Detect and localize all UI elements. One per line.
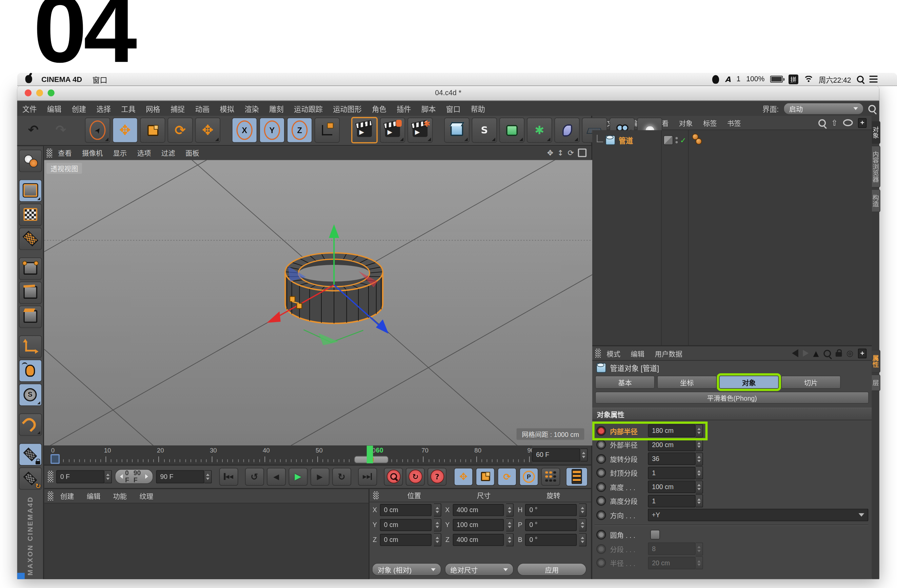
start-frame-stepper[interactable] [104,470,112,483]
am-search-icon[interactable] [824,350,831,357]
key-rotation-toggle[interactable]: ⟳ [497,468,517,486]
object-visibility-cell[interactable]: ✓ [663,134,686,146]
range-left-arrow-icon[interactable] [120,475,123,479]
edges-mode-button[interactable] [18,281,42,304]
am-menu-mode[interactable]: 模式 [602,348,625,358]
outer-radius-stepper[interactable] [696,438,703,452]
pos-y-field[interactable]: 0 cm [380,519,432,531]
om-search-icon[interactable] [819,119,826,126]
property-outer-radius[interactable]: 外部半径 200 cm [595,438,868,452]
adobe-cc-icon[interactable]: A [725,75,731,83]
layer-tag-icon[interactable] [663,135,673,145]
size-x-stepper[interactable] [507,503,514,516]
property-height[interactable]: 高度 . . . 100 cm [595,480,868,494]
menu-motion-tracker[interactable]: 运动跟踪 [289,103,328,114]
outer-radius-field[interactable]: 200 cm [648,438,696,451]
points-mode-button[interactable] [18,257,42,280]
keyframe-selection-button[interactable]: ? [428,468,447,486]
coordinate-system-button[interactable] [315,118,340,143]
align-workplane-button[interactable]: ↻ [18,467,42,490]
scale-tool[interactable] [140,118,165,143]
keyframe-radio[interactable] [596,496,606,506]
pos-z-stepper[interactable] [433,533,441,546]
viewport-solo-button[interactable] [18,359,42,382]
preview-range-slider[interactable]: 0 F 90 F [115,469,153,484]
apply-button[interactable]: 应用 [517,563,586,576]
keyframe-radio[interactable] [596,530,606,540]
redo-button[interactable]: ↷ [48,118,73,143]
tab-objects-vertical[interactable]: 对象 [872,121,880,144]
tube-object-icon[interactable] [605,135,615,145]
workplane-mode-button[interactable] [18,228,42,250]
inner-radius-stepper[interactable] [696,424,703,437]
rotate-tool[interactable]: ⟳ [167,118,193,143]
snap-settings-button[interactable]: S [18,383,42,406]
menu-plugins[interactable]: 插件 [392,103,416,114]
size-mode-dropdown[interactable]: 绝对尺寸 [444,563,514,576]
property-rotation-segments[interactable]: 旋转分段 36 [595,452,868,466]
keyframe-radio[interactable] [596,482,606,492]
end-frame-stepper[interactable] [204,470,212,483]
polygons-mode-button[interactable] [18,305,42,328]
playhead[interactable] [367,445,373,463]
phong-tag-icon[interactable] [692,133,701,144]
size-z-field[interactable]: 400 cm [453,534,504,546]
om-filter-eye-icon[interactable] [843,119,853,126]
menu-animate[interactable]: 动画 [190,103,215,114]
rot-p-field[interactable]: 0 ° [525,519,577,531]
object-tags-cell[interactable] [692,133,701,145]
om-menu-objects[interactable]: 对象 [674,118,697,128]
visibility-dots-icon[interactable] [676,137,678,143]
enable-axis-button[interactable] [18,335,42,358]
next-frame-button[interactable]: ▶ [310,468,329,486]
tab-slice[interactable]: 切片 [781,376,841,389]
tab-layers-vertical[interactable]: 层 [872,374,880,391]
command-search-icon[interactable] [868,105,876,112]
material-menu-texture[interactable]: 纹理 [134,491,159,501]
material-grip[interactable] [48,492,54,501]
lock-icon[interactable] [835,352,842,357]
am-menu-userdata[interactable]: 用户数据 [650,348,687,358]
render-settings-button[interactable]: ▶✱ [407,118,433,143]
go-to-start-button[interactable]: ◀◀ [219,468,238,486]
mac-app-name[interactable]: CINEMA 4D [41,75,82,83]
material-menu-create[interactable]: 创建 [55,491,80,501]
am-menu-edit[interactable]: 编辑 [626,348,649,358]
play-backwards-button[interactable]: ↺ [245,468,264,486]
size-z-stepper[interactable] [507,533,514,546]
menu-mograph[interactable]: 运动图形 [328,103,367,114]
range-right-arrow-icon[interactable] [145,475,148,479]
pos-y-stepper[interactable] [433,518,441,531]
notification-center-icon[interactable] [869,76,878,82]
transport-grip[interactable] [48,471,54,483]
height-stepper[interactable] [696,480,703,493]
material-menu-edit[interactable]: 编辑 [81,491,106,501]
menu-file[interactable]: 文件 [17,103,42,114]
play-button[interactable]: ▶ [288,468,308,486]
keyframe-radio[interactable] [596,468,606,478]
lock-z-axis-button[interactable]: Z [287,118,312,143]
live-selection-tool[interactable]: ➤ [85,118,110,143]
pick-cursor-icon[interactable]: ▲ [813,349,819,357]
fillet-checkbox[interactable] [650,530,660,540]
timeline-ruler[interactable]: 0102030405060708090 60 60 F [44,445,591,465]
lock-x-axis-button[interactable]: X [232,118,257,143]
start-frame-field[interactable]: 0 F [56,470,104,483]
tab-phong[interactable]: 平滑着色(Phong) [595,391,869,404]
model-mode-button[interactable] [18,180,42,202]
menu-tools[interactable]: 工具 [116,103,141,114]
open-timeline-button[interactable] [566,467,588,486]
am-new-panel-icon[interactable]: + [858,348,866,358]
cap-segments-field[interactable]: 1 [648,467,696,479]
menu-bar-clock[interactable]: 周六22:42 [819,74,851,85]
key-parameter-toggle[interactable]: P [519,468,538,486]
rot-p-stepper[interactable] [579,518,586,531]
size-y-stepper[interactable] [507,518,514,531]
tab-content-browser-vertical[interactable]: 内容浏览器 [872,146,880,188]
texture-mode-button[interactable] [18,203,42,226]
viewport-menu-display[interactable]: 显示 [109,148,132,158]
viewport-menu-panel[interactable]: 面板 [181,148,204,158]
cap-segments-stepper[interactable] [696,466,703,480]
viewport-pan-icon[interactable]: ✥ [547,149,553,157]
keyframe-radio[interactable] [596,510,606,520]
